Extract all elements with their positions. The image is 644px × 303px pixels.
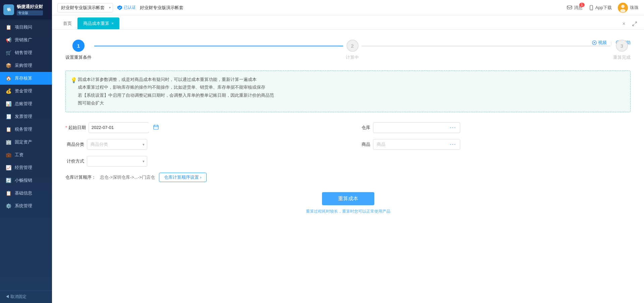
sidebar-item-inventory[interactable]: 🏠 库存核算 [0,72,52,85]
step-2: 2 计算中 [346,40,359,60]
sidebar-item-invoice[interactable]: 🧾 发票管理 [0,110,52,123]
warehouse-dots-btn[interactable]: ··· [450,125,456,131]
form-section: 起始日期 仓库 [52,119,644,228]
info-box: 💡 因成本计算参数调整，或是对商品成本有疑问时，可以通过成本重算功能，重新计算一… [65,71,631,112]
sidebar-item-purchase[interactable]: 📦 采购管理 [0,59,52,72]
sidebar-item-label-invoice: 发票管理 [15,114,32,120]
submit-hint: 重算过程耗时较长，重算时您可以正常使用产品 [306,209,390,214]
calc-order-settings-btn[interactable]: 仓库计算顺序设置 › [159,173,207,182]
step-line-2-3 [362,46,610,46]
sidebar-item-label-project: 项目顾问 [15,24,32,30]
svg-point-5 [621,5,625,8]
step-3: 3 重算完成 [613,40,631,60]
recalc-cost-btn[interactable]: 重算成本 [322,192,374,205]
sidebar-item-project[interactable]: 📋 项目顾问 [0,21,52,34]
user-menu-btn[interactable]: 珠珠 [618,3,639,13]
play-icon [592,40,597,45]
sidebar-item-label-basic: 基础信息 [15,190,32,196]
start-date-input[interactable] [89,123,151,132]
svg-point-6 [620,9,626,12]
message-btn[interactable]: 消息 1 [567,5,583,11]
sidebar-item-system[interactable]: ⚙️ 系统管理 [0,200,52,212]
shield-verified-icon [117,5,122,10]
calendar-svg [153,124,159,130]
info-line-1: 因成本计算参数调整，或是对商品成本有疑问时，可以通过成本重算功能，重新计算一遍成… [78,76,625,83]
video-label: 视频 [598,40,607,46]
sidebar-item-basic[interactable]: 📋 基础信息 [0,187,52,200]
sidebar-item-label-tax: 税务管理 [15,126,32,132]
warehouse-label: 仓库 [352,125,370,131]
step-2-label: 计算中 [346,54,359,60]
expand-btn[interactable] [631,20,639,28]
avatar-icon [618,3,628,13]
sidebar-header: 畅 畅捷通好业财 专业版 [0,0,52,19]
sidebar-item-expense[interactable]: 🔄 小畅报销 [0,174,52,187]
info-line-4: 围可能会扩大 [78,99,625,107]
product-dots-btn[interactable]: ··· [450,141,456,147]
sidebar-item-label-salary: 工资 [15,152,23,158]
sidebar-item-label-asset: 固定资产 [15,139,32,145]
purchase-icon: 📦 [5,62,11,69]
tax-icon: 📋 [5,126,11,132]
sidebar-item-sales[interactable]: 🛒 销售管理 [0,46,52,59]
sidebar-item-salary[interactable]: 💼 工资 [0,148,52,161]
message-badge: 1 [579,3,585,7]
project-icon: 📋 [5,24,11,30]
close-window-btn[interactable]: × [620,20,628,28]
calendar-icon[interactable] [151,124,161,131]
user-name: 珠珠 [630,5,639,11]
message-icon [567,5,573,11]
sidebar-brand: 畅捷通好业财 专业版 [17,4,43,15]
form-group-pricing: 计价方式 [65,156,631,167]
step-1-label: 设置重算条件 [65,54,92,60]
verified-account-name: 好业财专业版演示帐套 [140,5,183,11]
sidebar-item-accounting[interactable]: 📊 总账管理 [0,97,52,110]
sidebar-item-label-operation: 经营管理 [15,165,32,171]
step-2-circle: 2 [346,40,359,52]
calc-order-btn-label: 仓库计算顺序设置 › [164,174,202,180]
warehouse-input[interactable]: ··· [373,122,460,133]
category-select[interactable]: 商品分类 [87,139,147,150]
sidebar: 畅 畅捷通好业财 专业版 📋 项目顾问 📢 营销推广 🛒 销售管理 📦 采购管理… [0,0,52,303]
verified-badge: 已认证 [117,5,136,10]
step-3-label: 重算完成 [613,54,631,60]
sidebar-item-operation[interactable]: 📈 经营管理 [0,161,52,174]
sidebar-item-asset[interactable]: 🏢 固定资产 [0,136,52,148]
svg-rect-13 [154,125,158,129]
pricing-label: 计价方式 [65,158,84,164]
phone-icon [589,5,594,10]
marketing-icon: 📢 [5,37,11,43]
tab-home-label: 首页 [63,20,72,27]
recalc-btn-label: 重算成本 [338,196,358,201]
step-2-number: 2 [351,43,354,49]
tab-home[interactable]: 首页 [57,17,77,29]
form-row-3: 计价方式 [65,156,631,167]
step-3-circle: 3 [616,40,628,52]
topbar-actions: 消息 1 App下载 珠珠 [567,3,639,13]
close-icon: × [622,21,625,27]
step-3-number: 3 [621,43,623,49]
tab-cost-recalc[interactable]: 商品成本重算 × [77,17,119,29]
pricing-select[interactable] [87,156,147,167]
inventory-icon: 🏠 [5,75,11,81]
basic-icon: 📋 [5,190,11,196]
start-date-label: 起始日期 [65,125,86,131]
video-help-link[interactable]: 视频 [592,40,607,46]
expense-icon: 🔄 [5,177,11,183]
app-download-btn[interactable]: App下载 [589,5,612,11]
sidebar-item-label-inventory: 库存核算 [15,75,32,81]
sidebar-item-marketing[interactable]: 📢 营销推广 [0,34,52,46]
tab-close-icon[interactable]: × [111,21,114,26]
account-selector[interactable]: 好业财专业版演示帐套 [57,3,113,12]
info-line-3: 若【系统设置】中启用了自动调整记账日期时，会调整入库单的整单记账日期，因此重新计… [78,91,625,99]
product-input[interactable]: 商品 ··· [373,139,460,150]
steps-container: 1 设置重算条件 2 计算中 3 重算完成 [52,30,644,67]
sidebar-item-finance[interactable]: 💰 资金管理 [0,85,52,97]
salary-icon: 💼 [5,152,11,158]
sidebar-item-tax[interactable]: 📋 税务管理 [0,123,52,136]
main-content: 1 设置重算条件 2 计算中 3 重算完成 [52,30,644,303]
sidebar-footer[interactable]: ◀ 取消固定 [0,290,52,303]
sidebar-item-label-purchase: 采购管理 [15,62,32,69]
tab-active-label: 商品成本重算 [83,20,109,27]
tabbar: 首页 商品成本重算 × × [52,15,644,30]
